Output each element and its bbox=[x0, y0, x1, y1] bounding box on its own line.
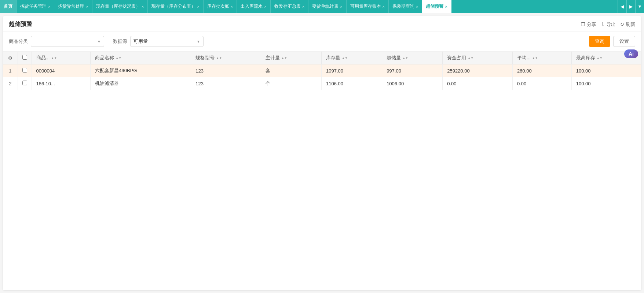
col-max-stock-label: 最高库存 bbox=[576, 55, 595, 61]
nav-tab-stock-dist[interactable]: 现存量（库存分布表） × bbox=[148, 0, 203, 13]
close-tab-overstock[interactable]: × bbox=[445, 4, 447, 9]
nav-tab-summary[interactable]: 收发存汇总表 × bbox=[271, 0, 308, 13]
col-avg-label: 平均... bbox=[517, 55, 531, 61]
close-tab-task-mgmt[interactable]: × bbox=[48, 4, 50, 9]
nav-tab-batch[interactable]: 库存批次账 × bbox=[204, 0, 237, 13]
refresh-button[interactable]: ↻ 刷新 bbox=[620, 21, 635, 28]
col-unit[interactable]: 主计量 ▲▼ bbox=[261, 52, 321, 64]
close-tab-stock-dist[interactable]: × bbox=[197, 4, 199, 9]
table-row[interactable]: 1 0000004 六配套新昌490BPG 123 套 1097.00 997.… bbox=[3, 64, 641, 77]
close-tab-summary[interactable]: × bbox=[302, 4, 304, 9]
row-num: 2 bbox=[3, 77, 18, 90]
row-product-code: 186-10... bbox=[32, 77, 91, 90]
col-select-all[interactable] bbox=[18, 52, 32, 64]
query-button[interactable]: 查询 bbox=[589, 36, 610, 47]
page-title: 超储预警 bbox=[9, 21, 32, 28]
nav-tab-overstock[interactable]: 超储预警 × bbox=[422, 0, 451, 13]
data-table: ⚙ 商品... ▲▼ 商品名称 ▲▼ bbox=[3, 52, 641, 90]
header-actions: ❐ 分享 ⇩ 导出 ↻ 刷新 bbox=[581, 21, 635, 28]
close-tab-abnormal[interactable]: × bbox=[86, 4, 88, 9]
home-tab-label: 首页 bbox=[4, 3, 12, 10]
close-tab-available[interactable]: × bbox=[383, 4, 385, 9]
nav-tab-available[interactable]: 可用量库存账本 × bbox=[347, 0, 389, 13]
page-container: 超储预警 ❐ 分享 ⇩ 导出 ↻ 刷新 商品分类 ▼ 数据源 bbox=[3, 16, 641, 290]
col-spec[interactable]: 规格型号 ▲▼ bbox=[191, 52, 261, 64]
close-tab-expiry[interactable]: × bbox=[416, 4, 418, 9]
row-avg: 260.00 bbox=[512, 64, 571, 77]
filter-actions: 查询 设置 bbox=[589, 36, 635, 47]
nav-tab-order-stat[interactable]: 要货单统计表 × bbox=[308, 0, 346, 13]
col-product-code[interactable]: 商品... ▲▼ bbox=[32, 52, 91, 64]
row-checkbox[interactable] bbox=[22, 68, 27, 73]
category-select[interactable]: ▼ bbox=[31, 36, 104, 47]
tab-label: 现存量（库存分布表） bbox=[151, 3, 195, 10]
nav-dropdown-button[interactable]: ▼ bbox=[635, 0, 644, 13]
row-max-stock: 100.00 bbox=[571, 64, 641, 77]
row-max-stock: 100.00 bbox=[571, 77, 641, 90]
row-checkbox-cell[interactable] bbox=[18, 77, 32, 90]
col-spec-label: 规格型号 bbox=[195, 55, 215, 61]
refresh-icon: ↻ bbox=[620, 22, 624, 27]
datasource-label: 数据源 bbox=[113, 38, 127, 45]
nav-tab-task-mgmt[interactable]: 拣货任务管理 × bbox=[17, 0, 54, 13]
nav-tab-inout[interactable]: 出入库流水 × bbox=[237, 0, 270, 13]
nav-prev-button[interactable]: ◀ bbox=[618, 0, 626, 13]
tab-label: 拣货任务管理 bbox=[20, 3, 47, 10]
settings-button[interactable]: 设置 bbox=[613, 36, 635, 47]
refresh-label: 刷新 bbox=[626, 21, 635, 28]
category-label: 商品分类 bbox=[9, 38, 28, 45]
row-capital: 259220.00 bbox=[443, 64, 513, 77]
close-tab-order-stat[interactable]: × bbox=[340, 4, 342, 9]
row-stock: 1097.00 bbox=[322, 64, 382, 77]
nav-tab-home[interactable]: 首页 bbox=[0, 0, 17, 13]
nav-tab-abnormal[interactable]: 拣货异常处理 × bbox=[54, 0, 92, 13]
table-row[interactable]: 2 186-10... 机油滤清器 123 个 1106.00 1006.00 … bbox=[3, 77, 641, 90]
row-spec: 123 bbox=[191, 77, 261, 90]
row-capital: 0.00 bbox=[443, 77, 513, 90]
row-num: 1 bbox=[3, 64, 18, 77]
sort-icon-stock: ▲▼ bbox=[342, 56, 348, 60]
tab-label: 可用量库存账本 bbox=[350, 3, 381, 10]
table-container: ⚙ 商品... ▲▼ 商品名称 ▲▼ bbox=[3, 52, 641, 90]
tab-label: 保质期查询 bbox=[392, 3, 414, 10]
row-avg: 0.00 bbox=[512, 77, 571, 90]
datasource-select-text: 可用量 bbox=[133, 38, 195, 45]
ai-badge[interactable]: Ai bbox=[624, 49, 638, 58]
export-button[interactable]: ⇩ 导出 bbox=[601, 21, 616, 28]
row-checkbox-cell[interactable] bbox=[18, 64, 32, 77]
col-overstock[interactable]: 超储量 ▲▼ bbox=[382, 52, 443, 64]
select-all-checkbox[interactable] bbox=[22, 55, 27, 60]
export-label: 导出 bbox=[606, 21, 616, 28]
nav-next-button[interactable]: ▶ bbox=[626, 0, 635, 13]
table-header-row: ⚙ 商品... ▲▼ 商品名称 ▲▼ bbox=[3, 52, 641, 64]
col-capital-label: 资金占用 bbox=[447, 55, 466, 61]
row-overstock: 997.00 bbox=[382, 64, 443, 77]
row-product-name: 机油滤清器 bbox=[91, 77, 191, 90]
datasource-select[interactable]: 可用量 ▼ bbox=[130, 36, 204, 47]
datasource-filter: 数据源 可用量 ▼ bbox=[113, 36, 204, 47]
close-tab-inout[interactable]: × bbox=[264, 4, 266, 9]
row-product-name: 六配套新昌490BPG bbox=[91, 64, 191, 77]
datasource-chevron-icon: ▼ bbox=[197, 40, 200, 44]
tab-label: 出入库流水 bbox=[241, 3, 263, 10]
col-product-name[interactable]: 商品名称 ▲▼ bbox=[91, 52, 191, 64]
nav-tab-stock-status[interactable]: 现存量（库存状况表） × bbox=[92, 0, 148, 13]
nav-tab-expiry[interactable]: 保质期查询 × bbox=[389, 0, 422, 13]
row-checkbox[interactable] bbox=[22, 81, 27, 85]
row-spec: 123 bbox=[191, 64, 261, 77]
col-stock[interactable]: 库存量 ▲▼ bbox=[322, 52, 382, 64]
close-tab-stock-status[interactable]: × bbox=[142, 4, 144, 9]
close-tab-batch[interactable]: × bbox=[231, 4, 233, 9]
export-icon: ⇩ bbox=[601, 22, 605, 27]
col-avg[interactable]: 平均... ▲▼ bbox=[512, 52, 571, 64]
share-icon: ❐ bbox=[581, 22, 585, 27]
share-button[interactable]: ❐ 分享 bbox=[581, 21, 596, 28]
sort-icon-unit: ▲▼ bbox=[281, 56, 287, 60]
row-overstock: 1006.00 bbox=[382, 77, 443, 90]
row-unit: 套 bbox=[261, 64, 321, 77]
col-capital[interactable]: 资金占用 ▲▼ bbox=[443, 52, 513, 64]
filter-row: 商品分类 ▼ 数据源 可用量 ▼ 查询 设置 bbox=[3, 31, 641, 52]
col-stock-label: 库存量 bbox=[326, 55, 340, 61]
col-settings[interactable]: ⚙ bbox=[3, 52, 18, 64]
gear-icon: ⚙ bbox=[8, 55, 12, 61]
